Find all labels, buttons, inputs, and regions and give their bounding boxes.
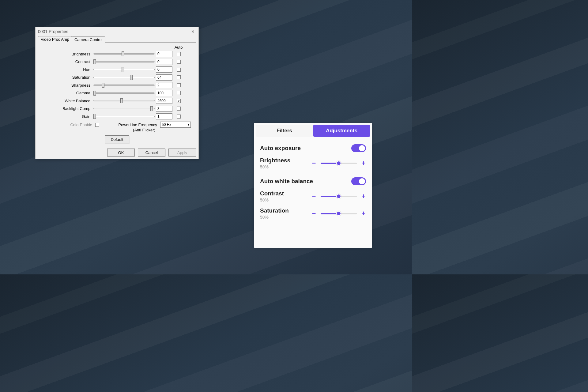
powerline-label: PowerLine Frequency bbox=[106, 123, 158, 127]
prop-auto-checkbox[interactable] bbox=[177, 91, 181, 95]
saturation-row: Saturation 50% − + bbox=[260, 207, 366, 220]
prop-auto-checkbox[interactable] bbox=[177, 52, 181, 56]
close-icon[interactable]: ✕ bbox=[190, 28, 196, 35]
brightness-slider[interactable] bbox=[321, 163, 357, 164]
prop-label: Contrast bbox=[41, 59, 93, 64]
prop-value-input[interactable]: 0 bbox=[156, 66, 172, 73]
panel-tabs: Filters Adjustments bbox=[254, 123, 372, 139]
titlebar[interactable]: 0001 Properties ✕ bbox=[36, 27, 198, 36]
prop-slider[interactable] bbox=[93, 106, 155, 111]
color-enable-label: ColorEnable bbox=[41, 123, 93, 127]
prop-value-input[interactable]: 64 bbox=[156, 74, 172, 81]
auto-exposure-row: Auto exposure bbox=[260, 144, 366, 152]
brightness-percent: 50% bbox=[260, 164, 290, 169]
prop-label: Gain bbox=[41, 114, 93, 119]
prop-row-hue: Hue0 bbox=[41, 66, 193, 74]
default-button[interactable]: Default bbox=[105, 135, 129, 143]
prop-value-input[interactable]: 4600 bbox=[156, 98, 172, 104]
brightness-label: Brightness bbox=[260, 157, 290, 164]
prop-slider[interactable] bbox=[93, 59, 155, 64]
color-enable-checkbox[interactable] bbox=[95, 123, 104, 127]
prop-row-contrast: Contrast0 bbox=[41, 58, 193, 66]
prop-label: Saturation bbox=[41, 75, 93, 80]
misc-row: ColorEnable PowerLine Frequency 50 Hz ▼ bbox=[41, 122, 193, 128]
apply-button[interactable]: Apply bbox=[168, 149, 196, 156]
prop-auto-checkbox[interactable] bbox=[177, 107, 181, 111]
brightness-row: Brightness 50% − + bbox=[260, 157, 366, 169]
prop-label: Backlight Comp bbox=[41, 106, 93, 111]
prop-value-input[interactable]: 2 bbox=[156, 82, 172, 88]
brightness-plus-button[interactable]: + bbox=[361, 159, 366, 167]
prop-slider[interactable] bbox=[93, 51, 155, 56]
prop-slider[interactable] bbox=[93, 91, 155, 96]
ok-button[interactable]: OK bbox=[107, 149, 135, 156]
prop-label: Sharpness bbox=[41, 83, 93, 88]
tab-filters[interactable]: Filters bbox=[256, 125, 313, 137]
contrast-percent: 50% bbox=[260, 198, 284, 202]
auto-white-balance-row: Auto white balance bbox=[260, 177, 366, 185]
powerline-value: 50 Hz bbox=[162, 123, 171, 127]
saturation-plus-button[interactable]: + bbox=[361, 209, 366, 217]
prop-row-brightness: Brightness0 bbox=[41, 50, 193, 58]
tab-body: Auto Brightness0Contrast0Hue0Saturation6… bbox=[38, 43, 196, 146]
prop-slider[interactable] bbox=[93, 75, 155, 80]
powerline-select[interactable]: 50 Hz ▼ bbox=[160, 122, 191, 128]
prop-label: Hue bbox=[41, 67, 93, 72]
anti-flicker-label: (Anti Flicker) bbox=[41, 128, 156, 132]
anti-flicker-row: (Anti Flicker) bbox=[41, 128, 193, 132]
prop-auto-checkbox[interactable] bbox=[177, 68, 181, 72]
window-title: 0001 Properties bbox=[38, 29, 68, 34]
saturation-label: Saturation bbox=[260, 207, 289, 214]
prop-row-gain: Gain1 bbox=[41, 113, 193, 121]
tab-adjustments[interactable]: Adjustments bbox=[313, 125, 370, 137]
prop-slider[interactable] bbox=[93, 114, 155, 119]
contrast-row: Contrast 50% − + bbox=[260, 190, 366, 202]
prop-value-input[interactable]: 0 bbox=[156, 59, 172, 65]
prop-label: White Balance bbox=[41, 99, 93, 103]
prop-row-backlight-comp: Backlight Comp3 bbox=[41, 105, 193, 113]
prop-label: Brightness bbox=[41, 52, 93, 56]
brightness-minus-button[interactable]: − bbox=[311, 159, 316, 167]
prop-slider[interactable] bbox=[93, 67, 155, 72]
prop-row-sharpness: Sharpness2 bbox=[41, 81, 193, 89]
prop-label: Gamma bbox=[41, 91, 93, 95]
contrast-slider[interactable] bbox=[321, 196, 357, 197]
prop-row-saturation: Saturation64 bbox=[41, 74, 193, 81]
dialog-button-bar: OK Cancel Apply bbox=[36, 149, 198, 159]
prop-value-input[interactable]: 3 bbox=[156, 106, 172, 112]
dropdown-arrow-icon: ▼ bbox=[187, 123, 190, 126]
prop-value-input[interactable]: 1 bbox=[156, 113, 172, 119]
cancel-button[interactable]: Cancel bbox=[138, 149, 165, 156]
contrast-minus-button[interactable]: − bbox=[311, 192, 316, 200]
prop-value-input[interactable]: 100 bbox=[156, 90, 172, 96]
auto-exposure-label: Auto exposure bbox=[260, 145, 301, 152]
properties-dialog: 0001 Properties ✕ Video Proc Amp Camera … bbox=[35, 27, 199, 159]
prop-row-gamma: Gamma100 bbox=[41, 89, 193, 97]
tab-camera-control[interactable]: Camera Control bbox=[72, 36, 105, 43]
auto-white-balance-label: Auto white balance bbox=[260, 178, 313, 185]
prop-auto-checkbox[interactable] bbox=[177, 75, 181, 79]
prop-auto-checkbox[interactable] bbox=[177, 60, 181, 64]
saturation-slider[interactable] bbox=[321, 213, 357, 214]
auto-header: Auto bbox=[172, 45, 185, 50]
auto-header-row: Auto bbox=[41, 45, 193, 50]
prop-value-input[interactable]: 0 bbox=[156, 51, 172, 57]
auto-exposure-toggle[interactable] bbox=[351, 144, 366, 152]
prop-row-white-balance: White Balance4600✔ bbox=[41, 97, 193, 105]
prop-auto-checkbox[interactable] bbox=[177, 115, 181, 119]
adjustments-panel: Filters Adjustments Auto exposure Bright… bbox=[254, 123, 372, 248]
auto-white-balance-toggle[interactable] bbox=[351, 177, 366, 185]
prop-slider[interactable] bbox=[93, 98, 155, 103]
prop-slider[interactable] bbox=[93, 83, 155, 88]
tabstrip: Video Proc Amp Camera Control bbox=[38, 36, 196, 42]
saturation-percent: 50% bbox=[260, 215, 289, 220]
contrast-plus-button[interactable]: + bbox=[361, 192, 366, 200]
prop-auto-checkbox[interactable] bbox=[177, 83, 181, 87]
contrast-label: Contrast bbox=[260, 190, 284, 197]
saturation-minus-button[interactable]: − bbox=[311, 209, 316, 217]
tab-video-proc-amp[interactable]: Video Proc Amp bbox=[38, 36, 72, 43]
prop-auto-checkbox[interactable]: ✔ bbox=[177, 99, 181, 103]
